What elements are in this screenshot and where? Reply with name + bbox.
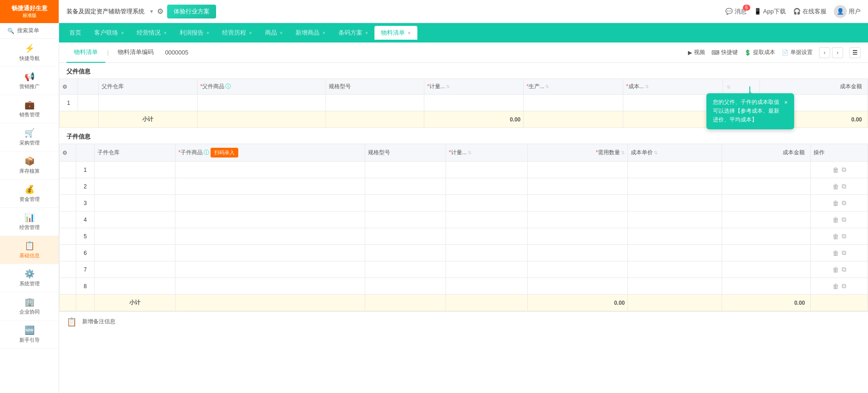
copy-icon-1[interactable]: ⧉ [842,166,846,174]
prev-arrow[interactable]: ‹ [819,47,830,58]
sidebar-item-enterprise[interactable]: 🏢企业协同 [0,292,59,320]
customer-service-button[interactable]: 🎧 在线客服 [793,7,826,16]
child-cost-price-cell-8[interactable] [628,278,722,295]
child-spec-cell-6[interactable] [365,245,446,261]
child-cost-price-cell-2[interactable] [628,178,722,195]
delete-icon-3[interactable]: 🗑 [832,200,839,207]
child-spec-cell-5[interactable] [365,228,446,245]
child-unit-cell-6[interactable] [446,245,527,261]
child-unit-cell-5[interactable] [446,228,527,245]
delete-icon-8[interactable]: 🗑 [832,283,839,290]
sidebar-item-purchase[interactable]: 🛒采购管理 [0,123,59,151]
child-spec-cell-7[interactable] [365,261,446,278]
tab-home[interactable]: 首页 [63,26,88,40]
copy-icon-7[interactable]: ⧉ [842,266,846,273]
child-unit-cell-4[interactable] [446,212,527,228]
child-qty-cell-5[interactable] [528,228,628,245]
delete-icon-1[interactable]: 🗑 [832,166,839,174]
delete-icon-5[interactable]: 🗑 [832,233,839,240]
child-warehouse-cell-1[interactable] [95,162,175,178]
parent-unit-cell[interactable] [424,95,524,111]
tab-history[interactable]: 经营历程× [216,26,258,40]
child-product-cell-1[interactable] [175,162,365,178]
list-view-button[interactable]: ☰ [850,47,861,58]
child-qty-cell-7[interactable] [528,261,628,278]
child-product-cell-3[interactable] [175,195,365,212]
copy-icon-8[interactable]: ⧉ [842,282,846,290]
child-product-cell-2[interactable] [175,178,365,195]
app-download-button[interactable]: 📱 App下载 [754,7,786,16]
child-unit-cell-2[interactable] [446,178,527,195]
parent-warehouse-cell[interactable] [99,95,197,111]
copy-icon-6[interactable]: ⧉ [842,249,846,257]
tab-close-operations[interactable]: × [163,30,166,36]
scan-input-button[interactable]: 扫码录入 [211,148,238,157]
child-spec-cell-4[interactable] [365,212,446,228]
sidebar-item-operations[interactable]: 📊经营管理 [0,208,59,236]
delete-icon-7[interactable]: 🗑 [832,266,839,273]
child-warehouse-cell-2[interactable] [95,178,175,195]
child-warehouse-cell-3[interactable] [95,195,175,212]
sidebar-item-system[interactable]: ⚙️系统管理 [0,264,59,292]
tab-close-clients[interactable]: × [121,30,124,36]
child-warehouse-cell-5[interactable] [95,228,175,245]
copy-icon-4[interactable]: ⧉ [842,216,846,224]
view-video-button[interactable]: ▶ 视频 [688,48,705,56]
child-product-cell-4[interactable] [175,212,365,228]
tab-close-bom[interactable]: × [408,30,410,36]
delete-icon-4[interactable]: 🗑 [832,216,839,224]
tab-bom-code[interactable]: 物料清单编码 [110,42,161,63]
shortcut-button[interactable]: ⌨ 快捷键 [711,48,738,56]
tab-bom-list[interactable]: 物料清单 [66,42,105,63]
child-warehouse-cell-7[interactable] [95,261,175,278]
tab-close-products[interactable]: × [280,30,283,36]
child-qty-cell-8[interactable] [528,278,628,295]
sidebar-item-inventory[interactable]: 📦库存核算 [0,151,59,180]
child-warehouse-cell-6[interactable] [95,245,175,261]
sidebar-item-basic-info[interactable]: 📋基础信息 [0,236,59,264]
child-qty-cell-3[interactable] [528,195,628,212]
sidebar-item-guide[interactable]: 🆕新手引导 [0,320,59,349]
child-cost-price-cell-3[interactable] [628,195,722,212]
sidebar-item-finance[interactable]: 💰资金管理 [0,180,59,208]
parent-spec-cell[interactable] [326,95,424,111]
sidebar-item-marketing[interactable]: 📢营销推广 [0,67,59,95]
child-qty-cell-4[interactable] [528,212,628,228]
delete-icon-2[interactable]: 🗑 [832,183,839,190]
child-cost-price-cell-1[interactable] [628,162,722,178]
tab-profit[interactable]: 利润报告× [173,26,216,40]
child-unit-cell-3[interactable] [446,195,527,212]
child-qty-cell-6[interactable] [528,245,628,261]
sidebar-item-sales[interactable]: 💼销售管理 [0,95,59,123]
message-button[interactable]: 💬 6 消息 [725,7,747,16]
child-warehouse-cell-8[interactable] [95,278,175,295]
next-arrow[interactable]: › [832,47,843,58]
tab-close-history[interactable]: × [249,30,252,36]
child-product-cell-7[interactable] [175,261,365,278]
dropdown-arrow-icon[interactable]: ▾ [150,8,153,15]
tab-clients[interactable]: 客户联络× [88,26,130,40]
tab-operations[interactable]: 经营情况× [130,26,173,40]
child-unit-cell-8[interactable] [446,278,527,295]
tab-close-barcode[interactable]: × [365,30,368,36]
search-menu[interactable]: 🔍 搜索菜单 [0,23,59,39]
child-spec-cell-3[interactable] [365,195,446,212]
child-product-cell-8[interactable] [175,278,365,295]
settings-button[interactable]: 📄 单据设置 [782,48,813,56]
child-unit-cell-1[interactable] [446,162,527,178]
cost-button[interactable]: 💲 提取成本 [744,48,775,56]
tab-new-product[interactable]: 新增商品× [289,26,332,40]
child-product-cell-6[interactable] [175,245,365,261]
child-spec-cell-1[interactable] [365,162,446,178]
trial-button[interactable]: 体验行业方案 [167,5,216,18]
parent-product-cell[interactable] [197,95,326,111]
child-qty-cell-1[interactable] [528,162,628,178]
child-spec-cell-8[interactable] [365,278,446,295]
child-cost-price-cell-7[interactable] [628,261,722,278]
tooltip-close-button[interactable]: × [784,98,788,108]
child-product-cell-5[interactable] [175,228,365,245]
child-spec-cell-2[interactable] [365,178,446,195]
tab-products[interactable]: 商品× [259,26,289,40]
child-unit-cell-7[interactable] [446,261,527,278]
user-button[interactable]: 👤 用户 [834,5,861,18]
